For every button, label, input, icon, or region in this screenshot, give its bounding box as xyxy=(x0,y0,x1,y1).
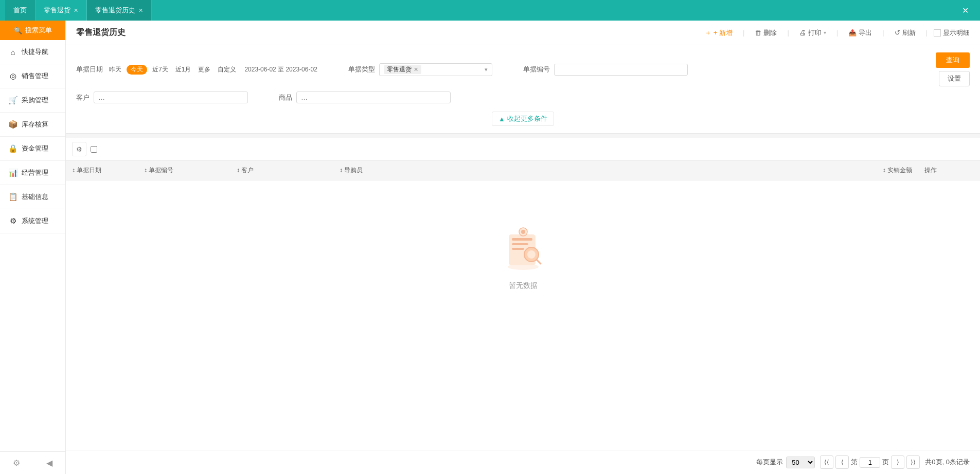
date-opt-1month[interactable]: 近1月 xyxy=(173,65,193,75)
table-area: ⚙ ↕ 单据日期 ↕ 单据编号 ↕ 客户 xyxy=(66,138,980,450)
date-opt-7days[interactable]: 近7天 xyxy=(150,65,170,75)
query-button[interactable]: 查询 xyxy=(936,52,970,68)
page-number-input[interactable] xyxy=(860,457,880,468)
goods-input[interactable] xyxy=(301,94,446,101)
top-bar-close[interactable]: ✕ xyxy=(956,6,975,15)
sidebar-item-inventory[interactable]: 📦 库存核算 xyxy=(0,113,65,137)
new-button[interactable]: ＋ + 新增 xyxy=(701,26,737,40)
query-set-buttons: 查询 设置 xyxy=(936,52,970,86)
inventory-icon: 📦 xyxy=(8,120,17,129)
col-date: ↕ 单据日期 xyxy=(66,161,138,180)
col-action-label: 操作 xyxy=(924,167,937,174)
table-toolbar: ⚙ xyxy=(66,138,980,161)
delete-icon: 🗑 xyxy=(755,29,761,37)
print-label: 打印 xyxy=(808,28,822,38)
sidebar-item-quick-nav[interactable]: ⌂ 快捷导航 xyxy=(0,40,65,64)
print-icon: 🖨 xyxy=(799,29,806,37)
tab-retail-return-history-close[interactable]: ✕ xyxy=(138,7,143,14)
tab-retail-return-label: 零售退货 xyxy=(44,6,70,15)
sidebar-item-purchase-label: 采购管理 xyxy=(22,96,48,105)
sidebar-item-system[interactable]: ⚙ 系统管理 xyxy=(0,209,65,233)
col-customer: ↕ 客户 xyxy=(230,161,333,180)
show-detail-checkbox[interactable] xyxy=(934,29,941,37)
code-filter-label: 单据编号 xyxy=(523,65,550,74)
type-select-inner: 零售退货 ✕ xyxy=(384,65,483,74)
sidebar-search[interactable]: 🔍 搜索菜单 xyxy=(0,21,65,40)
settings-button[interactable]: 设置 xyxy=(939,71,970,86)
tab-retail-return-history[interactable]: 零售退货历史 ✕ xyxy=(87,0,152,21)
customer-filter-label: 客户 xyxy=(76,93,90,102)
svg-point-9 xyxy=(521,230,525,234)
col-amount-label: ↕ 实销金额 xyxy=(883,167,912,174)
sidebar-item-sales[interactable]: ◎ 销售管理 xyxy=(0,64,65,88)
filter-row-1: 单据日期 昨天 今天 近7天 近1月 更多 自定义 2023-06-02 至 2… xyxy=(76,52,970,86)
sidebar-item-finance[interactable]: 🔒 资金管理 xyxy=(0,137,65,161)
sidebar-menu: ⌂ 快捷导航 ◎ 销售管理 🛒 采购管理 📦 库存核算 🔒 资金管理 xyxy=(0,40,65,233)
filter-area: 单据日期 昨天 今天 近7天 近1月 更多 自定义 2023-06-02 至 2… xyxy=(66,45,980,134)
sidebar-item-quick-nav-label: 快捷导航 xyxy=(22,47,48,57)
main-content: 零售退货历史 ＋ + 新增 | 🗑 删除 | 🖨 打印 ▾ | xyxy=(66,21,980,474)
page-next-button[interactable]: ⟩ xyxy=(891,455,904,469)
page-size-select[interactable]: 20 50 100 xyxy=(786,457,815,468)
date-opt-more[interactable]: 更多 xyxy=(196,65,212,75)
goods-filter: 商品 xyxy=(279,92,451,103)
date-opt-yesterday[interactable]: 昨天 xyxy=(107,65,123,75)
empty-text: 暂无数据 xyxy=(509,281,538,290)
new-icon: ＋ xyxy=(705,28,711,38)
tab-retail-return-close[interactable]: ✕ xyxy=(74,7,78,14)
print-button[interactable]: 🖨 打印 ▾ xyxy=(795,26,830,40)
col-customer-label: ↕ 客户 xyxy=(237,167,254,174)
export-label: 导出 xyxy=(859,28,872,38)
top-tabs: 首页 零售退货 ✕ 零售退货历史 ✕ xyxy=(5,0,956,21)
code-input[interactable] xyxy=(559,66,683,74)
type-dropdown-arrow: ▾ xyxy=(485,66,488,73)
collapse-sidebar-icon[interactable]: ◀ xyxy=(46,458,52,468)
sidebar-search-label: 搜索菜单 xyxy=(25,26,52,35)
table-header: ↕ 单据日期 ↕ 单据编号 ↕ 客户 ↕ 导购员 ↕ 实销金额 xyxy=(66,161,980,180)
tab-retail-return[interactable]: 零售退货 ✕ xyxy=(35,0,87,21)
type-filter: 单据类型 零售退货 ✕ ▾ xyxy=(348,63,492,76)
sidebar: 🔍 搜索菜单 ⌂ 快捷导航 ◎ 销售管理 🛒 采购管理 📦 库存 xyxy=(0,21,66,474)
svg-line-7 xyxy=(537,260,541,264)
page-prev-button[interactable]: ⟨ xyxy=(835,455,849,469)
type-tag-close[interactable]: ✕ xyxy=(414,66,418,73)
sidebar-item-finance-label: 资金管理 xyxy=(22,144,48,153)
basic-info-icon: 📋 xyxy=(8,192,17,202)
refresh-button[interactable]: ↺ 刷新 xyxy=(890,26,920,40)
tab-home[interactable]: 首页 xyxy=(5,0,35,21)
customer-input[interactable] xyxy=(98,94,243,101)
customer-input-box xyxy=(94,92,248,103)
col-amount: ↕ 实销金额 xyxy=(846,161,918,180)
operations-icon: 📊 xyxy=(8,168,17,177)
collapse-icon: ▲ xyxy=(498,115,505,123)
finance-icon: 🔒 xyxy=(8,144,17,153)
collapse-button[interactable]: ▲ 收起更多条件 xyxy=(492,112,554,126)
date-opt-today[interactable]: 今天 xyxy=(127,65,147,75)
svg-rect-2 xyxy=(512,238,532,241)
date-opt-custom[interactable]: 自定义 xyxy=(216,65,238,75)
select-all-checkbox[interactable] xyxy=(91,146,97,153)
sales-icon: ◎ xyxy=(8,71,17,81)
show-detail-toggle[interactable]: 显示明细 xyxy=(934,28,970,38)
sidebar-item-purchase[interactable]: 🛒 采购管理 xyxy=(0,88,65,113)
page-size-selector: 每页显示 20 50 100 xyxy=(756,457,815,468)
sidebar-item-basic-info[interactable]: 📋 基础信息 xyxy=(0,185,65,209)
page-first-button[interactable]: ⟨⟨ xyxy=(820,455,833,469)
tab-home-label: 首页 xyxy=(13,6,27,15)
sidebar-item-operations[interactable]: 📊 经营管理 xyxy=(0,161,65,185)
sidebar-item-inventory-label: 库存核算 xyxy=(22,120,48,129)
delete-button[interactable]: 🗑 删除 xyxy=(751,26,781,40)
page-last-button[interactable]: ⟩⟩ xyxy=(906,455,920,469)
export-button[interactable]: 📤 导出 xyxy=(844,26,876,40)
date-range-display: 2023-06-02 至 2023-06-02 xyxy=(244,65,317,74)
new-label: + 新增 xyxy=(714,28,733,38)
filter-row-2: 客户 商品 xyxy=(76,92,970,103)
page-title: 零售退货历史 xyxy=(76,27,126,38)
col-date-label: ↕ 单据日期 xyxy=(72,167,101,174)
settings-bottom-icon[interactable]: ⚙ xyxy=(13,458,20,468)
type-select[interactable]: 零售退货 ✕ ▾ xyxy=(379,63,492,76)
table-settings-icon[interactable]: ⚙ xyxy=(72,142,86,156)
sidebar-item-sales-label: 销售管理 xyxy=(22,71,48,81)
date-options: 昨天 今天 近7天 近1月 更多 自定义 xyxy=(107,65,238,75)
purchase-icon: 🛒 xyxy=(8,96,17,105)
